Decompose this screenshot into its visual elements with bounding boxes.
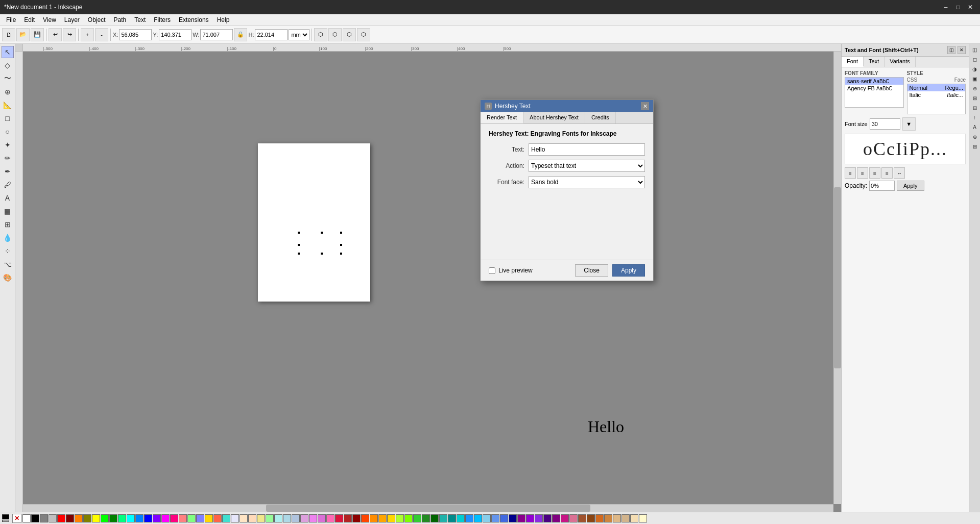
tf-detach-button[interactable]: ◫ (947, 46, 955, 54)
font-size-input[interactable] (870, 118, 900, 130)
gradient-tool[interactable]: ▦ (2, 205, 14, 217)
hershey-text-input[interactable] (529, 143, 645, 156)
spray-tool[interactable]: ⁘ (2, 245, 14, 257)
handle-tm[interactable] (320, 231, 323, 234)
palette-color[interactable] (378, 514, 387, 522)
pencil-tool[interactable]: ✏ (2, 152, 14, 164)
menu-extensions[interactable]: Extensions (175, 15, 213, 24)
align-left-text-button[interactable]: ≡ (845, 167, 856, 179)
palette-color[interactable] (196, 514, 204, 522)
strip-align-button[interactable]: ⊟ (970, 103, 979, 112)
align-left-button[interactable]: ⬡ (314, 28, 327, 41)
handle-bl[interactable] (297, 252, 300, 255)
palette-color[interactable] (222, 514, 230, 522)
palette-color[interactable] (526, 514, 534, 522)
palette-color[interactable] (40, 514, 48, 522)
strip-layers-button[interactable]: ⊞ (970, 142, 979, 151)
style-list[interactable]: Normal Regu... Italic Italic... (907, 84, 966, 114)
palette-color[interactable] (622, 514, 630, 522)
palette-color[interactable] (205, 514, 213, 522)
w-input[interactable] (200, 29, 233, 40)
tweak-tool[interactable]: 〜 (2, 72, 14, 85)
zoom-in-button[interactable]: + (81, 28, 94, 41)
palette-color[interactable] (31, 514, 39, 522)
palette-color[interactable] (57, 514, 65, 522)
new-button[interactable]: 🗋 (2, 28, 15, 41)
hershey-close-button[interactable]: ✕ (641, 102, 649, 110)
palette-color[interactable] (92, 514, 100, 522)
strip-shadow-button[interactable]: ▣ (970, 74, 979, 83)
palette-color[interactable] (257, 514, 265, 522)
font-family-item[interactable]: Agency FB AaBbC (845, 85, 903, 92)
palette-color[interactable] (587, 514, 595, 522)
rect-tool[interactable]: □ (2, 112, 14, 124)
menu-edit[interactable]: Edit (20, 15, 39, 24)
open-button[interactable]: 📂 (16, 28, 30, 41)
h-input[interactable] (255, 29, 288, 40)
align-center-button[interactable]: ⬡ (328, 28, 342, 41)
palette-color[interactable] (604, 514, 612, 522)
palette-color[interactable] (22, 514, 31, 522)
strip-text-button[interactable]: A (970, 122, 979, 132)
minimize-button[interactable]: – (940, 2, 951, 13)
menu-text[interactable]: Text (130, 15, 150, 24)
palette-color[interactable] (49, 514, 57, 522)
menu-help[interactable]: Help (213, 15, 234, 24)
star-tool[interactable]: ✦ (2, 139, 14, 151)
menu-filters[interactable]: Filters (150, 15, 175, 24)
palette-color[interactable] (431, 514, 439, 522)
palette-color[interactable] (413, 514, 421, 522)
palette-color[interactable] (509, 514, 517, 522)
palette-color[interactable] (101, 514, 109, 522)
scrollbar-horizontal[interactable] (23, 504, 833, 512)
strip-transform-button[interactable]: ⊞ (970, 93, 979, 103)
palette-color[interactable] (187, 514, 196, 522)
palette-color[interactable] (387, 514, 395, 522)
circle-tool[interactable]: ○ (2, 126, 14, 138)
palette-color[interactable] (248, 514, 256, 522)
scrollbar-vertical-thumb[interactable] (834, 187, 841, 368)
no-paint-button[interactable]: ✕ (12, 514, 21, 523)
hello-text[interactable]: Hello (585, 416, 627, 437)
palette-color[interactable] (75, 514, 83, 522)
palette-color[interactable] (457, 514, 465, 522)
hershey-action-select[interactable]: Typeset that text Find text on path Remo… (529, 160, 645, 172)
style-item-normal[interactable]: Normal Regu... (907, 84, 966, 91)
palette-color[interactable] (326, 514, 334, 522)
palette-color[interactable] (639, 514, 647, 522)
palette-color[interactable] (266, 514, 274, 522)
x-input[interactable] (119, 29, 152, 40)
callig-tool[interactable]: 🖋 (2, 179, 14, 191)
live-preview-checkbox[interactable] (489, 267, 495, 274)
handle-mr[interactable] (340, 243, 343, 246)
save-button[interactable]: 💾 (31, 28, 44, 41)
y-input[interactable] (159, 29, 192, 40)
palette-color[interactable] (109, 514, 117, 522)
align-right-button[interactable]: ⬡ (343, 28, 356, 41)
transform-button[interactable]: ⬡ (357, 28, 370, 41)
hershey-tab-render[interactable]: Render Text (481, 112, 523, 123)
opacity-input[interactable] (869, 181, 895, 191)
palette-color[interactable] (517, 514, 525, 522)
palette-color[interactable] (309, 514, 317, 522)
palette-color[interactable] (422, 514, 430, 522)
align-right-text-button[interactable]: ≡ (869, 167, 880, 179)
palette-color[interactable] (135, 514, 144, 522)
tf-tab-font[interactable]: Font (842, 57, 864, 67)
pen-tool[interactable]: ✒ (2, 165, 14, 178)
palette-color[interactable] (396, 514, 404, 522)
handle-br[interactable] (340, 252, 343, 255)
palette-color[interactable] (352, 514, 361, 522)
hershey-tab-about[interactable]: About Hershey Text (523, 112, 585, 123)
palette-color[interactable] (404, 514, 413, 522)
palette-color[interactable] (66, 514, 74, 522)
palette-color[interactable] (543, 514, 552, 522)
palette-color[interactable] (213, 514, 222, 522)
font-family-list[interactable]: sans-serif AaBbC Agency FB AaBbC (845, 77, 904, 108)
tf-close-button[interactable]: ✕ (958, 46, 966, 54)
mesh-tool[interactable]: ⊞ (2, 218, 14, 231)
palette-color[interactable] (552, 514, 560, 522)
align-center-text-button[interactable]: ≡ (857, 167, 868, 179)
palette-color[interactable] (370, 514, 378, 522)
hershey-font-select[interactable]: Sans bold Sans Serif Cursive Gothic (529, 176, 645, 188)
